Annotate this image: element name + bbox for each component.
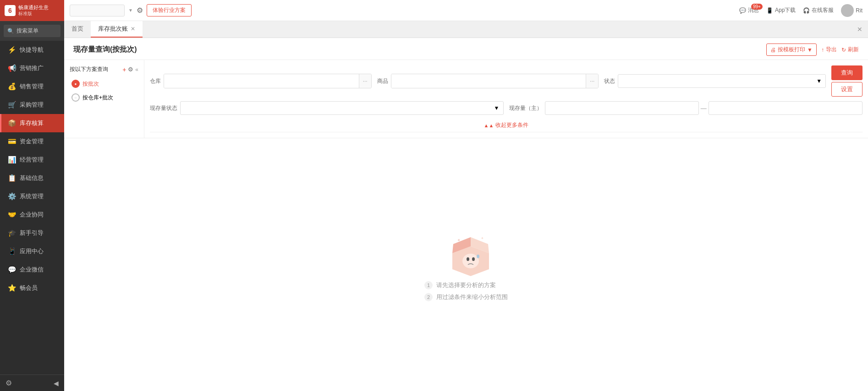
system-icon: ⚙️ — [8, 192, 16, 201]
current-qty-range: — — [545, 101, 863, 115]
filter-sidebar-actions: + ⚙ « — [122, 66, 138, 73]
current-qty-to[interactable] — [709, 101, 863, 115]
sidebar-item-system[interactable]: ⚙️ 系统管理 — [0, 187, 64, 206]
sidebar-item-sales[interactable]: 💰 销售管理 — [0, 77, 64, 96]
inventory-status-select[interactable]: ▼ — [180, 101, 504, 115]
headset-icon: 🎧 — [803, 7, 810, 14]
scheme-batch-label: 按批次 — [82, 80, 99, 88]
warehouse-field: 仓库 ··· — [150, 74, 372, 88]
app-download-button[interactable]: 📱 App下载 — [766, 6, 796, 14]
svg-text:✦: ✦ — [481, 236, 484, 240]
action-buttons: 查询 设置 — [831, 65, 863, 97]
username-label: Rit — [856, 7, 863, 14]
sidebar-item-label: 快捷导航 — [20, 46, 44, 54]
add-scheme-button[interactable]: + — [122, 66, 126, 73]
sidebar-item-label: 营销推广 — [20, 64, 44, 72]
warehouse-input-group: ··· — [164, 74, 372, 88]
print-icon: 🖨 — [770, 47, 776, 53]
sidebar-item-label: 库存核算 — [20, 119, 44, 127]
page-content: 现存量查询(按批次) 🖨 按模板打印 ▼ ↑ 导出 ↻ 刷新 — [64, 38, 868, 391]
tab-close-icon[interactable]: ✕ — [131, 26, 135, 32]
sidebar-item-purchase[interactable]: 🛒 采购管理 — [0, 96, 64, 114]
tab-home[interactable]: 首页 — [64, 21, 91, 38]
tab-inventory-batch[interactable]: 库存批次账 ✕ — [91, 21, 143, 38]
quick-nav-icon: ⚡ — [8, 46, 16, 54]
sidebar-toggle-button[interactable]: ◀ — [54, 380, 59, 387]
sidebar-item-label: 系统管理 — [20, 192, 44, 201]
sidebar-item-basics[interactable]: 📋 基础信息 — [0, 169, 64, 187]
sidebar-item-label: 经营管理 — [20, 156, 44, 164]
export-button[interactable]: ↑ 导出 — [821, 46, 837, 54]
online-service-button[interactable]: 🎧 在线客服 — [803, 6, 834, 14]
filter-fields-area: 仓库 ··· 商品 ··· — [144, 60, 868, 138]
scheme-by-warehouse-batch[interactable]: ○ 按仓库+批次 — [70, 91, 138, 104]
warehouse-dots-button[interactable]: ··· — [359, 74, 371, 88]
sidebar-item-app-center[interactable]: 📱 应用中心 — [0, 242, 64, 261]
scheme-warehouse-batch-label: 按仓库+批次 — [82, 94, 113, 102]
app-logo: 6 — [5, 5, 16, 16]
phone-icon: 📱 — [766, 7, 773, 14]
current-qty-from[interactable] — [545, 101, 699, 115]
breadcrumb-dropdown-icon[interactable]: ▼ — [128, 8, 133, 13]
finance-icon: 💳 — [8, 137, 16, 146]
sidebar-item-marketing[interactable]: 📢 营销推广 — [0, 59, 64, 77]
breadcrumb-input[interactable] — [70, 5, 125, 16]
refresh-icon: ↻ — [841, 47, 846, 53]
goods-input[interactable] — [391, 74, 586, 88]
svg-point-5 — [472, 257, 475, 261]
print-label: 按模板打印 — [778, 46, 805, 54]
settings-button[interactable]: 设置 — [831, 82, 863, 97]
sidebar-item-enterprise[interactable]: 🤝 企业协同 — [0, 206, 64, 224]
topbar-gear-icon[interactable]: ⚙ — [137, 6, 143, 15]
app-download-label: App下载 — [775, 6, 796, 14]
sidebar-item-finance[interactable]: 💳 资金管理 — [0, 132, 64, 151]
refresh-button[interactable]: ↻ 刷新 — [841, 46, 859, 54]
member-icon: ⭐ — [8, 284, 16, 292]
app-center-icon: 📱 — [8, 247, 16, 255]
inventory-status-label: 现存量状态 — [150, 104, 177, 112]
empty-tips: 1 请先选择要分析的方案 2 用过滤条件来缩小分析范围 — [424, 281, 508, 301]
scheme-collapse-icon[interactable]: « — [135, 66, 138, 73]
svg-point-3 — [462, 254, 479, 268]
status-field: 状态 ▼ — [604, 74, 826, 88]
operations-icon: 📊 — [8, 156, 16, 164]
status-select[interactable]: ▼ — [618, 74, 826, 88]
newbie-icon: 🎓 — [8, 229, 16, 237]
query-button[interactable]: 查询 — [831, 65, 863, 80]
sidebar-item-operations[interactable]: 📊 经营管理 — [0, 151, 64, 169]
goods-dots-button[interactable]: ··· — [586, 74, 598, 88]
scheme-by-batch[interactable]: ● 按批次 — [70, 77, 138, 91]
print-button[interactable]: 🖨 按模板打印 ▼ — [766, 43, 817, 56]
collapse-more-conditions[interactable]: ▲▲ 收起更多条件 — [150, 119, 863, 132]
messages-badge: 99+ — [751, 4, 763, 10]
page-title: 现存量查询(按批次) — [73, 45, 137, 54]
tip-1-text: 请先选择要分析的方案 — [436, 281, 496, 289]
collapse-up-icon: ▲▲ — [484, 123, 494, 128]
sidebar-search-area: 🔍 搜索菜单 — [0, 21, 64, 41]
message-icon: 💬 — [739, 7, 746, 14]
sidebar-settings-button[interactable]: ⚙ — [5, 379, 12, 387]
empty-illustration: ✦ ✦ — [443, 228, 489, 274]
sales-icon: 💰 — [8, 82, 16, 91]
online-service-label: 在线客服 — [812, 6, 834, 14]
sidebar-item-label: 企业协同 — [20, 211, 44, 219]
messages-button[interactable]: 💬 消息 99+ — [739, 6, 759, 14]
avatar — [841, 4, 854, 17]
sidebar-header: 6 畅康通好生意 标准版 — [0, 0, 64, 21]
search-menu-button[interactable]: 🔍 搜索菜单 — [4, 25, 60, 37]
tip-2-text: 用过滤条件来缩小分析范围 — [436, 293, 508, 301]
sidebar-item-newbie[interactable]: 🎓 新手引导 — [0, 224, 64, 242]
experience-btn[interactable]: 体验行业方案 — [147, 4, 192, 16]
warehouse-input[interactable] — [164, 74, 359, 88]
sidebar-item-inventory[interactable]: 📦 库存核算 — [0, 114, 64, 132]
purchase-icon: 🛒 — [8, 101, 16, 109]
user-avatar-button[interactable]: Rit — [841, 4, 863, 17]
search-menu-label: 搜索菜单 — [16, 27, 38, 35]
sidebar-item-wechat[interactable]: 💬 企业微信 — [0, 261, 64, 279]
close-tab-area-button[interactable]: ✕ — [852, 26, 868, 33]
sidebar-item-quick-nav[interactable]: ⚡ 快捷导航 — [0, 41, 64, 59]
sidebar-item-member[interactable]: ⭐ 畅会员 — [0, 279, 64, 297]
scheme-settings-icon[interactable]: ⚙ — [128, 66, 133, 73]
current-qty-dash: — — [701, 105, 707, 112]
svg-point-4 — [467, 257, 469, 261]
